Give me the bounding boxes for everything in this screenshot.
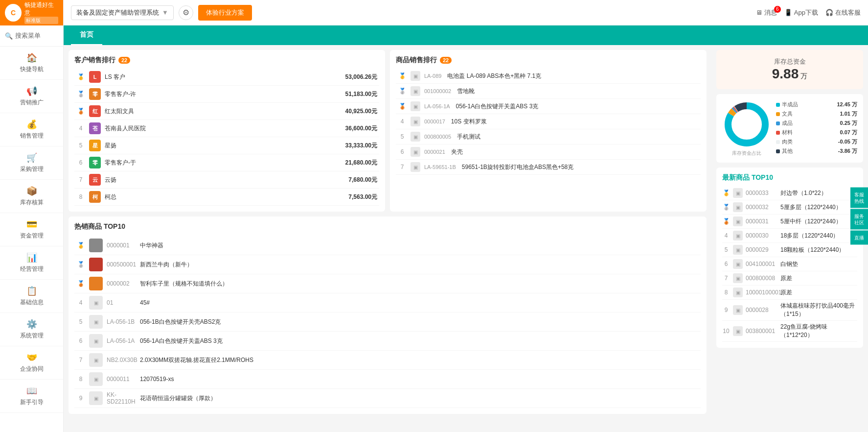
message-button[interactable]: 🖥 消息 6 xyxy=(756,8,777,17)
hot-products-list: 🥇 0000001 中华神器 🥈 000500001 新西兰牛肉（新牛） 🥉 0… xyxy=(74,236,701,408)
hot-product-name: 056-1B白色按键开关壳ABS2克 xyxy=(140,318,699,326)
sidebar-item-sales[interactable]: 💰 销售管理 xyxy=(0,113,63,146)
newest-product-img: ▣ xyxy=(733,288,743,297)
rank-name: 星扬 xyxy=(105,142,342,150)
hot-rank: 6 xyxy=(76,337,85,344)
float-btn-service[interactable]: 客服热线 xyxy=(850,188,868,208)
product-ranking-panel: 商品销售排行 22 🥇 ▣ LA-089 电池盖 LA-089 ABS本色+黑种… xyxy=(390,50,707,212)
hot-product-row: 🥈 000500001 新西兰牛肉（新牛） xyxy=(74,255,701,274)
hot-product-code: LA-056-1B xyxy=(107,318,136,325)
rank-name: 零售客户-于 xyxy=(105,159,342,167)
product-name: 056-1A白色按键开关盖ABS 3克 xyxy=(456,102,699,111)
tab-home[interactable]: 首页 xyxy=(71,25,102,45)
newest-product-img: ▣ xyxy=(733,216,743,226)
newest-rank: 5 xyxy=(722,246,730,253)
legend-name: 其他 xyxy=(782,147,836,155)
sidebar-item-basic-info[interactable]: 📋 基础信息 xyxy=(0,280,63,313)
customer-row: 6 零 零售客户-于 21,680.00元 xyxy=(74,154,379,171)
newest-product-name: 封边带（1.0*22） xyxy=(780,189,857,197)
newest-product-row: 🥈 ▣ 0000032 5厘多层（1220*2440） xyxy=(722,200,857,215)
float-btn-community[interactable]: 服务社区 xyxy=(850,209,868,230)
rank-number: 4 xyxy=(76,125,85,132)
inventory-total-panel: 库存总资金 9.88 万 xyxy=(716,50,863,89)
product-code: 001000002 xyxy=(424,88,451,94)
newest-product-name: 5厘多层（1220*2440） xyxy=(780,203,857,212)
rank-number: 6 xyxy=(76,159,85,166)
hot-product-code: 0000011 xyxy=(107,376,136,383)
sidebar-logo: C 畅捷通好生意 标准版 xyxy=(0,0,63,25)
sidebar-item-inventory[interactable]: 📦 库存核算 xyxy=(0,180,63,213)
legend-name: 肉类 xyxy=(782,138,836,145)
float-btn-live[interactable]: 直播 xyxy=(850,231,868,245)
hot-rank: 4 xyxy=(76,299,85,306)
legend-name: 文具 xyxy=(782,110,838,118)
hot-rank: 8 xyxy=(76,376,85,383)
float-buttons: 客服热线 服务社区 直播 xyxy=(850,188,868,245)
inventory-total-label: 库存总资金 xyxy=(724,57,856,66)
newest-product-code: 0000029 xyxy=(746,246,777,253)
hot-product-img: ▣ xyxy=(89,372,103,386)
rank-avatar: 零 xyxy=(89,88,101,100)
home-icon: 🏠 xyxy=(26,52,37,63)
svg-point-6 xyxy=(732,110,761,139)
sidebar-item-finance[interactable]: 💳 资金管理 xyxy=(0,213,63,246)
product-row: 🥇 ▣ LA-089 电池盖 LA-089 ABS本色+黑种 7.1克 xyxy=(396,69,701,84)
hot-product-img: ▣ xyxy=(89,353,103,367)
customer-row: 🥉 红 红太阳文具 40,925.00元 xyxy=(74,103,379,120)
customer-ranking-title: 客户销售排行 22 xyxy=(74,56,379,65)
rank-number: 5 xyxy=(76,142,85,149)
newest-product-row: 5 ▣ 0000029 18颗粒板（1220*2440） xyxy=(722,243,857,257)
newest-product-row: 8 ▣ 10000100001 原差 xyxy=(722,286,857,300)
hot-product-row: 9 ▣ KK-SD22110H 花语萌恒温分罐罐袋（厚款） xyxy=(74,389,701,408)
hot-product-row: 8 ▣ 0000011 12070519-xs xyxy=(74,370,701,389)
sidebar-item-operations[interactable]: 📊 经营管理 xyxy=(0,246,63,280)
inventory-total-value: 9.88 xyxy=(772,66,799,82)
hot-product-row: 5 ▣ LA-056-1B 056-1B白色按键开关壳ABS2克 xyxy=(74,312,701,332)
system-name: 装备及固定资产辅助管理系统 xyxy=(76,8,159,17)
hot-product-row: 6 ▣ LA-056-1A 056-1A白色按键开关盖ABS 3克 xyxy=(74,332,701,351)
newest-product-name: 5厘中纤（1220*2440） xyxy=(780,217,857,226)
hot-product-img xyxy=(89,239,103,252)
newest-rank: 6 xyxy=(722,261,730,267)
rank-amount: 36,600.00元 xyxy=(345,124,377,133)
hot-product-name: 12070519-xs xyxy=(140,376,699,383)
app-download-button[interactable]: 📱 App下载 xyxy=(784,8,818,17)
newest-rank: 10 xyxy=(722,328,730,335)
sidebar-item-marketing[interactable]: 📢 营销推广 xyxy=(0,80,63,113)
newest-products-panel: 最新商品 TOP10 🥇 ▣ 0000033 封边带（1.0*22） 🥈 ▣ 0… xyxy=(716,168,863,348)
newest-product-name: 原差 xyxy=(780,274,857,283)
sidebar-item-guide[interactable]: 📖 新手引导 xyxy=(0,380,63,413)
legend-name: 材料 xyxy=(782,129,838,136)
newest-product-name: 18多层（1220*2440） xyxy=(780,232,857,240)
sidebar-item-quick-nav[interactable]: 🏠 快捷导航 xyxy=(0,47,63,80)
rank-avatar: 星 xyxy=(89,140,101,151)
newest-rank: 7 xyxy=(722,275,730,282)
trial-button[interactable]: 体验行业方案 xyxy=(198,5,252,21)
sidebar-item-purchase[interactable]: 🛒 采购管理 xyxy=(0,146,63,180)
rank-name: 苍南县人民医院 xyxy=(105,124,342,133)
newest-product-img: ▣ xyxy=(733,231,743,240)
product-code: 000800005 xyxy=(424,134,451,140)
search-menu-btn[interactable]: 🔍 搜索菜单 xyxy=(5,29,58,42)
finance-icon: 💳 xyxy=(26,219,37,230)
legend-dot xyxy=(776,103,780,107)
logo-text: 畅捷通好生意 标准版 xyxy=(24,1,58,24)
sidebar-item-system[interactable]: ⚙️ 系统管理 xyxy=(0,313,63,346)
sidebar-search[interactable]: 🔍 搜索菜单 xyxy=(0,25,63,47)
basic-info-icon: 📋 xyxy=(26,286,37,296)
sidebar-item-enterprise[interactable]: 🤝 企业协同 xyxy=(0,346,63,380)
product-name: 夹壳 xyxy=(451,148,699,156)
settings-button[interactable]: ⚙ xyxy=(179,5,193,20)
product-row: 🥉 ▣ LA-056-1A 056-1A白色按键开关盖ABS 3克 xyxy=(396,99,701,114)
rank-name: LS 客户 xyxy=(105,73,342,81)
newest-product-code: 0000028 xyxy=(746,307,777,313)
system-selector[interactable]: 装备及固定资产辅助管理系统 ▼ xyxy=(71,5,174,20)
customer-row: 5 星 星扬 33,333.00元 xyxy=(74,137,379,154)
legend-item: 成品 0.25 万 xyxy=(776,119,857,128)
newest-product-row: 10 ▣ 003800001 22g鱼豆腐-烧烤味（1*12*20） xyxy=(722,321,857,342)
legend-dot xyxy=(776,149,780,153)
rank-number: 7 xyxy=(76,176,85,183)
product-img: ▣ xyxy=(411,117,420,126)
online-service-button[interactable]: 🎧 在线客服 xyxy=(825,8,861,17)
product-row: 4 ▣ 0000017 10S 变料罗浆 xyxy=(396,114,701,129)
